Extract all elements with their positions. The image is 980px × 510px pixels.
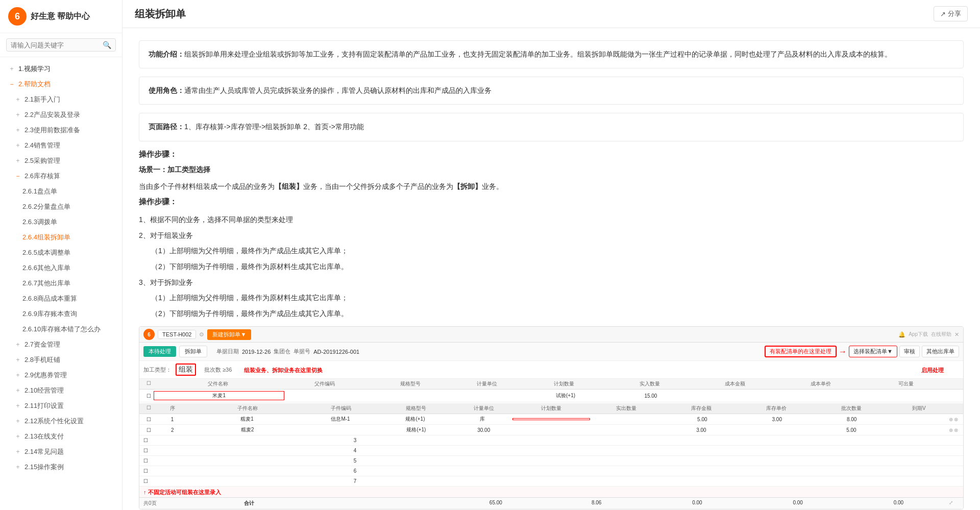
- mock-choose-btn[interactable]: 选择装配清单▼: [849, 346, 897, 357]
- collapse-icon: −: [14, 173, 21, 180]
- sidebar-item-other-out[interactable]: 2.6.7其他出库单: [0, 276, 122, 291]
- mock-other-out-btn[interactable]: 其他出库单: [922, 346, 959, 357]
- sidebar-item-cost-adjust[interactable]: 2.6.5成本调整单: [0, 245, 122, 260]
- mock-settings-icon: ⚙: [199, 331, 204, 338]
- sidebar-item-docs[interactable]: − 2.帮助文档: [0, 77, 122, 92]
- search-icon[interactable]: 🔍: [103, 41, 111, 49]
- mock-child-r2-spec: 规格(+1): [379, 426, 454, 433]
- sidebar-item-label: 2.2产品安装及登录: [24, 110, 80, 119]
- mock-tab-active[interactable]: 本待处理: [143, 346, 176, 357]
- scenario1-desc: 当由多个子件材料组装成一个成品的业务为【组装】业务，当由一个父件拆分成多个子产品…: [139, 180, 964, 193]
- sidebar-item-inventory[interactable]: − 2.6库存核算: [0, 168, 122, 184]
- sidebar-item-label: 2.7资金管理: [24, 340, 60, 349]
- mock-close-icon[interactable]: ✕: [954, 331, 959, 338]
- path-label: 页面路径：: [149, 123, 184, 131]
- scenario1-title: 场景一：加工类型选择: [139, 165, 964, 175]
- mock-parent-name-cell: 米麦1: [154, 391, 284, 400]
- mock-child-r2-stock: 3.00: [664, 427, 739, 433]
- sidebar-item-sales[interactable]: + 2.4销售管理: [0, 138, 122, 153]
- sidebar-item-finance[interactable]: + 2.7资金管理: [0, 337, 122, 352]
- sidebar-item-data-prep[interactable]: + 2.3使用前数据准备: [0, 123, 122, 138]
- mock-child-num-col: 序: [154, 405, 191, 412]
- mock-expand-icon[interactable]: ⤢: [949, 500, 953, 505]
- mock-parent-actual-col: 实入数量: [607, 380, 693, 387]
- search-input[interactable]: [11, 41, 103, 49]
- sidebar-item-customize[interactable]: + 2.12系统个性化设置: [0, 414, 122, 429]
- mock-new-btn[interactable]: 新建拆卸单▼: [207, 329, 251, 340]
- sidebar-item-video[interactable]: + 1.视频学习: [0, 61, 122, 77]
- mock-annotation3: 启用处理: [921, 366, 944, 374]
- sidebar-item-install[interactable]: + 2.2产品安装及登录: [0, 107, 122, 123]
- sidebar-item-newbie[interactable]: + 2.1新手入门: [0, 92, 122, 107]
- mock-annotation4-area: ↑ 不固定活动可组装在这里录入: [139, 487, 963, 497]
- mock-order-label: 单据号: [293, 348, 310, 355]
- sidebar-item-payment[interactable]: + 2.13在线支付: [0, 429, 122, 444]
- mock-child-r1-price: 3.00: [740, 417, 814, 422]
- sidebar-item-assembly[interactable]: 2.6.4组装拆卸单: [0, 230, 122, 245]
- mock-child-r2-num: 2: [154, 427, 191, 433]
- expand-icon: +: [14, 356, 21, 363]
- expand-icon: +: [14, 157, 21, 164]
- mock-parent-price-col: 成本单价: [778, 380, 864, 387]
- mock-footer-amount: 65.00: [446, 500, 546, 507]
- mock-child-check-col: ☐: [143, 405, 154, 412]
- mock-approve-btn[interactable]: 审核: [899, 346, 920, 357]
- expand-icon: +: [14, 111, 21, 118]
- sidebar-item-label: 2.6.9库存账本查询: [22, 309, 77, 319]
- mock-r4-check: ☐: [143, 448, 154, 453]
- sidebar-item-partial-stock[interactable]: 2.6.2分量盘点单: [0, 199, 122, 214]
- mock-copy2-icon[interactable]: ⊕: [949, 427, 953, 433]
- sidebar-item-label: 2.4销售管理: [24, 141, 60, 150]
- mock-type-row: 加工类型： 组装 批次数 ≥36 组装业务、拆卸业务在这里切换 启用处理: [139, 361, 963, 379]
- share-button[interactable]: ↗ 分享: [934, 6, 968, 21]
- main-area: 组装拆卸单 ↗ 分享 功能介绍：组装拆卸单用来处理企业组装或拆卸等加工业务，支持…: [122, 0, 980, 510]
- mock-footer: 共0页 合计 65.00 8.06 0.00 0.00 0.00 ⤢: [139, 497, 963, 509]
- screenshot-inner: 6 TEST-H002 ⚙ 新建拆卸单▼ 🔔 App下载 在线帮助 ✕ 本待处理…: [139, 327, 963, 509]
- mock-r3-num: 3: [154, 438, 556, 443]
- sidebar-item-stock-query[interactable]: 2.6.9库存账本查询: [0, 306, 122, 322]
- sidebar-item-label: 2.14常见问题: [24, 447, 64, 456]
- mock-child-r1-check[interactable]: ☐: [143, 417, 154, 422]
- mock-child-r2-check[interactable]: ☐: [143, 427, 154, 433]
- sidebar-item-label: 2.6.8商品成本重算: [22, 294, 77, 303]
- sidebar-item-transfer[interactable]: 2.6.3调拨单: [0, 214, 122, 230]
- role-text: 通常由生产人员或库管人员完成拆装业务的操作，库管人员确认原材料的出库和产成品的入…: [184, 86, 492, 94]
- sidebar-item-stocktake[interactable]: 2.6.1盘点单: [0, 184, 122, 199]
- mock-parent-plan-cell: 试验(+1): [523, 392, 608, 399]
- mock-help-label: 在线帮助: [931, 331, 951, 338]
- mock-child-header: ☐ 序 子件名称 子件编码 规格型号 计量单位 计划数量 实出数量 库存金额 库…: [139, 403, 963, 414]
- sidebar-item-label: 2.6.6其他入库单: [22, 263, 70, 273]
- sidebar: 6 好生意 帮助中心 🔍 + 1.视频学习 − 2.帮助文档 + 2.1新手入门…: [0, 0, 122, 510]
- sidebar-item-purchase[interactable]: + 2.5采购管理: [0, 153, 122, 168]
- mock-delete-icon[interactable]: ⊗: [954, 417, 958, 422]
- search-box[interactable]: 🔍: [6, 38, 116, 52]
- sidebar-item-faq[interactable]: + 2.14常见问题: [0, 444, 122, 459]
- sidebar-item-print[interactable]: + 2.11打印设置: [0, 398, 122, 414]
- logo-icon: 6: [8, 7, 27, 26]
- sidebar-item-operation[interactable]: + 2.10经营管理: [0, 383, 122, 398]
- sidebar-item-cases[interactable]: + 2.15操作案例: [0, 459, 122, 475]
- sidebar-item-label: 2.11打印设置: [24, 401, 64, 410]
- sidebar-item-other-in[interactable]: 2.6.6其他入库单: [0, 260, 122, 276]
- mock-date-label: 单据日期: [216, 348, 239, 355]
- sidebar-item-stock-error[interactable]: 2.6.10库存账本错了怎么办: [0, 322, 122, 337]
- mock-app-bar: 6 TEST-H002 ⚙ 新建拆卸单▼ 🔔 App下载 在线帮助 ✕: [139, 327, 963, 343]
- mock-tab-inactive[interactable]: 拆卸单: [179, 346, 207, 357]
- expand-icon: +: [14, 418, 21, 425]
- mock-child-batch-col: 批次数量: [814, 405, 889, 412]
- sidebar-item-cost-recalc[interactable]: 2.6.8商品成本重算: [0, 291, 122, 306]
- mock-child-row-3: ☐ 3: [139, 435, 963, 446]
- sidebar-item-mobile[interactable]: + 2.8手机旺铺: [0, 352, 122, 368]
- sidebar-item-coupon[interactable]: + 2.9优惠券管理: [0, 368, 122, 383]
- mock-child-row-6: ☐ 6: [139, 466, 963, 476]
- mock-parent-spec-col: 规格型号: [368, 380, 453, 387]
- path-text: 1、库存核算->库存管理->组装拆卸单 2、首页->常用功能: [184, 123, 364, 131]
- mock-child-r1-num: 1: [154, 417, 191, 422]
- mock-parent-cost-col: 成本金额: [692, 380, 778, 387]
- step2-subs: （1）上部明细为父件明细，最终作为产成品生成其它入库单； （2）下部明细为子件明…: [151, 244, 964, 273]
- mock-child-r2-unit: 30.00: [454, 427, 514, 433]
- mock-row-checkbox[interactable]: ☐: [143, 393, 154, 399]
- mock-delete2-icon[interactable]: ⊗: [954, 427, 958, 433]
- mock-copy-icon[interactable]: ⊕: [949, 417, 953, 422]
- sidebar-item-label: 2.3使用前数据准备: [24, 126, 80, 135]
